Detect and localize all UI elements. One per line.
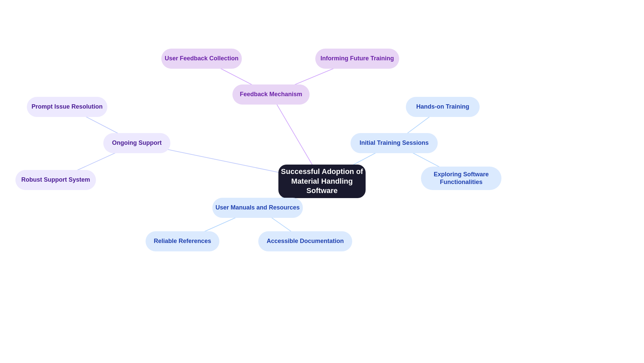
robust-support-node[interactable]: Robust Support System [15, 170, 96, 190]
informing-future-node[interactable]: Informing Future Training [315, 49, 399, 69]
exploring-software-node[interactable]: Exploring Software Functionalities [421, 167, 501, 190]
prompt-issue-node[interactable]: Prompt Issue Resolution [27, 97, 107, 117]
user-manuals-node[interactable]: User Manuals and Resources [212, 198, 303, 218]
user-manuals-label: User Manuals and Resources [215, 204, 300, 211]
accessible-docs-node[interactable]: Accessible Documentation [258, 231, 352, 251]
hands-on-label: Hands-on Training [416, 103, 469, 111]
center-node[interactable]: Successful Adoption of Material Handling… [278, 165, 366, 198]
feedback-mechanism-label: Feedback Mechanism [240, 90, 302, 98]
user-feedback-node[interactable]: User Feedback Collection [161, 49, 242, 69]
reliable-refs-node[interactable]: Reliable References [146, 231, 219, 251]
user-feedback-label: User Feedback Collection [165, 55, 238, 62]
robust-support-label: Robust Support System [21, 176, 90, 184]
initial-training-node[interactable]: Initial Training Sessions [351, 133, 438, 153]
center-label: Successful Adoption of Material Handling… [278, 167, 366, 196]
initial-training-label: Initial Training Sessions [360, 139, 429, 147]
feedback-mechanism-node[interactable]: Feedback Mechanism [232, 84, 310, 105]
ongoing-support-node[interactable]: Ongoing Support [103, 133, 170, 153]
exploring-software-label: Exploring Software Functionalities [421, 171, 501, 186]
ongoing-support-label: Ongoing Support [112, 139, 162, 147]
hands-on-node[interactable]: Hands-on Training [406, 97, 480, 117]
informing-future-label: Informing Future Training [321, 55, 394, 62]
prompt-issue-label: Prompt Issue Resolution [32, 103, 103, 111]
accessible-docs-label: Accessible Documentation [267, 237, 344, 245]
reliable-refs-label: Reliable References [154, 237, 211, 245]
